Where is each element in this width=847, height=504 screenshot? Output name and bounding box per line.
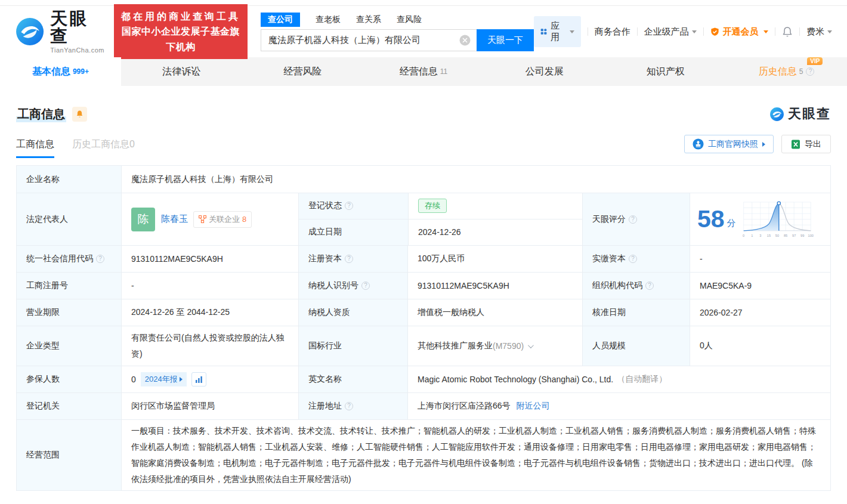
field-label-reg-number: 工商注册号 (17, 272, 121, 299)
tab-company-development[interactable]: 公司发展 (484, 57, 605, 86)
field-label-insured-count: 参保人数 (17, 366, 121, 392)
field-value-company-name: 魔法原子机器人科技（上海）有限公司 (121, 166, 830, 193)
subtab-history-business-info[interactable]: 历史工商信息0 (72, 138, 135, 158)
search-tab-risk[interactable]: 查风险 (397, 14, 422, 25)
help-icon[interactable] (345, 402, 353, 410)
svg-text:15: 15 (766, 234, 770, 237)
tab-operation-risk[interactable]: 经营风险 (242, 57, 363, 86)
vip-upgrade-menu[interactable]: 开通会员 (710, 26, 768, 38)
related-companies-badge[interactable]: 关联企业 8 (193, 211, 252, 228)
svg-text:0: 0 (743, 234, 744, 237)
network-icon (199, 215, 206, 223)
help-icon[interactable] (345, 255, 353, 263)
field-label-reg-address: 注册地址 (298, 392, 407, 419)
field-value-business-term: 2024-12-26 至 2044-12-25 (121, 299, 298, 326)
divider (799, 27, 800, 36)
tab-operation-info[interactable]: 经营信息 11 (363, 57, 484, 86)
svg-text:100: 100 (808, 234, 813, 237)
annual-report-badge[interactable]: 2024年报 (141, 372, 187, 386)
field-label-paid-capital: 实缴资本 (582, 245, 690, 272)
english-name-value: Magic Atomic Robot Technology (Shanghai)… (418, 375, 613, 384)
clear-input-icon[interactable] (459, 35, 471, 46)
official-snapshot-button[interactable]: 工商官网快照 (684, 135, 774, 153)
field-label-business-term: 营业期限 (17, 299, 121, 326)
legal-rep-name-link[interactable]: 陈春玉 (161, 214, 188, 225)
arrow-right-icon (762, 142, 765, 147)
chevron-down-icon (827, 30, 832, 33)
field-value-reg-address: 上海市闵行区庙泾路66号 附近公司 (407, 392, 830, 419)
tianyancha-watermark: 天眼查 (769, 105, 831, 123)
field-value-credit-code: 91310112MAE9C5KA9H (121, 245, 298, 272)
svg-text:50: 50 (775, 234, 778, 237)
vip-badge: VIP (807, 57, 823, 65)
arrow-right-icon (180, 377, 183, 382)
tab-label: 法律诉讼 (162, 66, 200, 78)
tab-label: 知识产权 (647, 66, 685, 78)
enterprise-products-menu[interactable]: 企业级产品 (644, 26, 697, 38)
chevron-down-icon (692, 30, 697, 33)
search-tab-company[interactable]: 查公司 (261, 13, 300, 27)
tianyancha-logo-icon (769, 107, 784, 122)
help-icon[interactable] (345, 202, 353, 210)
help-icon[interactable] (806, 67, 814, 76)
tab-label: 经营风险 (283, 66, 322, 78)
field-label-industry: 国标行业 (298, 326, 407, 366)
help-icon[interactable] (645, 282, 654, 290)
divider (775, 27, 775, 36)
legal-rep-avatar[interactable]: 陈 (131, 208, 155, 231)
apps-menu[interactable]: 应用 (534, 16, 581, 47)
status-badge: 存续 (418, 199, 447, 213)
related-companies-label: 关联企业 (209, 214, 240, 225)
notifications-bell-icon[interactable] (782, 26, 793, 38)
user-menu[interactable]: 费米 (806, 26, 832, 38)
field-label-english-name: 英文名称 (298, 366, 407, 392)
help-icon[interactable] (361, 282, 370, 290)
field-value-insured-count: 0 2024年报 (121, 366, 298, 392)
export-label: 导出 (805, 139, 821, 150)
field-value-business-scope: 一般项目：技术服务、技术开发、技术咨询、技术交流、技术转让、技术推广；智能机器人… (121, 419, 830, 490)
auto-translate-note: （自动翻译） (617, 374, 667, 385)
field-label-approval-date: 核准日期 (582, 299, 690, 326)
grid-apps-icon (540, 27, 547, 36)
tab-intellectual-property[interactable]: 知识产权 (605, 57, 726, 86)
subtab-business-info[interactable]: 工商信息 (16, 138, 54, 158)
chevron-down-icon[interactable] (528, 342, 534, 348)
divider (588, 27, 588, 36)
help-icon[interactable] (96, 255, 104, 263)
search-tab-relation[interactable]: 查关系 (356, 14, 381, 25)
insured-trend-icon[interactable] (191, 372, 206, 386)
field-label-company-name: 企业名称 (17, 166, 121, 193)
export-button[interactable]: 导出 (781, 135, 831, 153)
field-label-score: 天眼评分 (582, 193, 690, 245)
field-value-taxpayer-id: 91310112MAE9C5KA9H (407, 272, 582, 299)
help-icon[interactable] (629, 215, 637, 224)
field-label-reg-authority: 登记机关 (17, 392, 121, 419)
main-content: 工商信息 天眼查 工商信息 历史工商信息0 (0, 105, 847, 491)
tab-badge: 11 (440, 67, 447, 76)
search-area: 查公司 查老板 查关系 查风险 天眼一下 (261, 13, 534, 51)
watermark-text: 天眼查 (788, 105, 831, 123)
field-label-taxpayer-id: 纳税人识别号 (298, 272, 407, 299)
tab-badge: 5 (799, 67, 803, 76)
field-label-reg-capital: 注册资本 (298, 245, 407, 272)
monitor-bell-icon[interactable] (72, 107, 87, 122)
tab-label: 公司发展 (525, 66, 564, 78)
nearby-companies-link[interactable]: 附近公司 (517, 401, 550, 412)
svg-text:1: 1 (751, 234, 753, 237)
tab-basic-info[interactable]: 基本信息 999+ (0, 57, 121, 86)
field-value-reg-number: - (121, 272, 298, 299)
industry-name: 其他科技推广服务业 (418, 341, 493, 351)
brand-logo[interactable]: 天眼查 TianYanCha.com (15, 10, 106, 54)
tab-history-info[interactable]: 历史信息 5 VIP (726, 57, 847, 86)
search-input[interactable] (261, 29, 477, 51)
search-tabs: 查公司 查老板 查关系 查风险 (261, 13, 534, 27)
field-value-english-name: Magic Atomic Robot Technology (Shanghai)… (407, 366, 830, 392)
help-icon[interactable] (629, 255, 637, 263)
tab-legal-proceedings[interactable]: 法律诉讼 (121, 57, 242, 86)
search-button[interactable]: 天眼一下 (477, 29, 534, 51)
svg-text:99: 99 (800, 234, 804, 237)
search-tab-boss[interactable]: 查老板 (316, 14, 341, 25)
field-value-reg-status: 存续 (408, 193, 582, 219)
business-cooperation-link[interactable]: 商务合作 (595, 26, 630, 38)
brand-domain: TianYanCha.com (50, 47, 106, 54)
